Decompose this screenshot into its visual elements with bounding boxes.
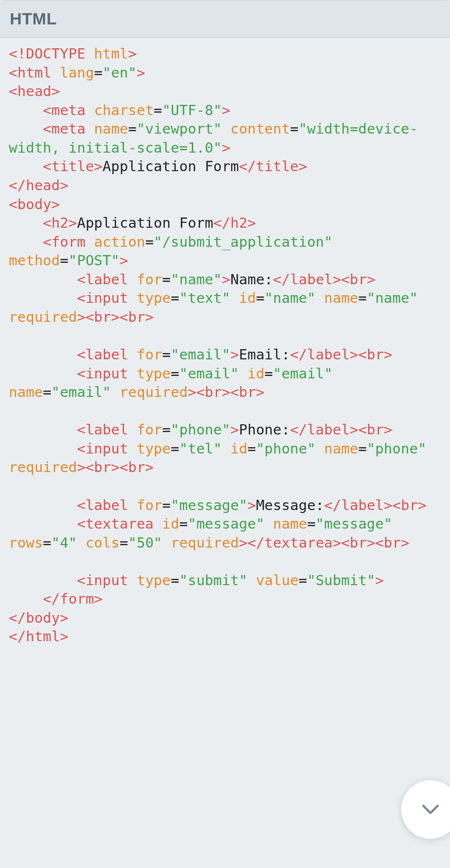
code-token: "UTF-8" [162, 102, 222, 118]
code-token: > [188, 384, 196, 400]
code-token: "email" [273, 365, 332, 382]
code-token [239, 365, 247, 382]
code-token [9, 421, 77, 438]
code-token [222, 440, 230, 457]
code-token: name [273, 515, 307, 532]
code-token: <input [77, 290, 128, 306]
code-token: = [290, 120, 298, 137]
code-token: id [230, 440, 247, 457]
code-token: </head> [9, 177, 68, 194]
code-token: <br> [341, 271, 375, 288]
code-token: "tel" [179, 440, 222, 457]
scroll-down-button[interactable] [401, 780, 450, 839]
code-token: html [94, 45, 128, 62]
code-token [128, 290, 136, 306]
code-token [9, 271, 77, 288]
code-token: = [128, 120, 136, 137]
code-token: = [307, 515, 315, 532]
code-token: required [171, 534, 239, 551]
code-token [230, 290, 239, 306]
code-token: = [162, 421, 170, 438]
code-token: = [162, 497, 170, 513]
code-token: name [324, 440, 358, 457]
code-token: value [256, 572, 298, 589]
code-token: > [137, 64, 145, 81]
code-token: "submit" [179, 572, 247, 589]
code-token: </label> [290, 421, 358, 438]
code-token: = [358, 290, 367, 306]
code-token [77, 534, 85, 551]
code-token: = [162, 346, 170, 363]
code-token [111, 384, 120, 400]
code-token: "message" [171, 497, 247, 513]
code-token [128, 271, 136, 288]
code-token: <html [9, 64, 51, 81]
code-token: > [128, 45, 136, 62]
code-token [9, 497, 77, 513]
code-token: = [120, 534, 128, 551]
code-token: "text" [179, 290, 230, 306]
code-token: = [60, 252, 68, 269]
code-token: </form> [43, 591, 102, 607]
code-token [265, 515, 273, 532]
code-token: name [9, 384, 43, 400]
code-token: > [230, 346, 239, 363]
code-token: </label> [290, 346, 358, 363]
code-token: id [162, 515, 179, 532]
code-token: > [247, 497, 256, 513]
code-token: rows [9, 534, 43, 551]
code-token: Phone: [239, 421, 290, 438]
code-token [333, 234, 341, 250]
code-token [247, 572, 256, 589]
code-token [427, 440, 435, 457]
code-token [128, 365, 136, 382]
code-header-bar: HTML [0, 0, 450, 38]
code-token: "Submit" [307, 572, 375, 589]
code-token: </h2> [213, 215, 256, 231]
code-token: required [9, 309, 77, 325]
code-token: "name" [171, 271, 222, 288]
code-token: "phone" [256, 440, 315, 457]
code-token: <h2> [43, 215, 77, 231]
code-token: <br> [358, 421, 392, 438]
code-token: "email" [171, 346, 230, 363]
code-token: "4" [51, 534, 77, 551]
code-token: <form [43, 234, 85, 250]
chevron-down-icon [420, 798, 441, 821]
code-token: type [137, 440, 171, 457]
code-token: > [222, 271, 230, 288]
code-token: <body> [9, 196, 60, 213]
code-token: = [154, 102, 162, 118]
code-token: action [94, 234, 145, 250]
code-token: "viewport" [137, 120, 222, 137]
code-token: = [171, 290, 179, 306]
code-token [9, 120, 43, 137]
code-block[interactable]: <!DOCTYPE html> <html lang="en"> <head> … [0, 38, 450, 666]
code-token: > [230, 421, 239, 438]
code-token [9, 290, 77, 306]
code-token: <br> [358, 346, 392, 363]
code-token: </label> [324, 497, 392, 513]
code-token [85, 45, 94, 62]
code-token: method [9, 252, 60, 269]
code-token [222, 120, 230, 137]
code-token [51, 64, 60, 81]
code-token: "message" [188, 515, 265, 532]
code-token: "en" [102, 64, 137, 81]
code-token: <label [77, 271, 128, 288]
code-token: for [137, 421, 162, 438]
code-token: > [77, 459, 85, 475]
code-token [316, 290, 324, 306]
code-token: "email" [51, 384, 111, 400]
code-token: "phone" [367, 440, 426, 457]
code-token: = [256, 290, 264, 306]
code-token: </html> [9, 628, 68, 645]
code-token: name [324, 290, 358, 306]
code-token: </body> [9, 610, 68, 626]
code-token: = [162, 271, 170, 288]
code-token: > [222, 139, 230, 156]
code-snippet-container: HTML <!DOCTYPE html> <html lang="en"> <h… [0, 0, 450, 868]
code-token: </label> [273, 271, 341, 288]
code-token: = [171, 572, 179, 589]
code-token [128, 572, 136, 589]
